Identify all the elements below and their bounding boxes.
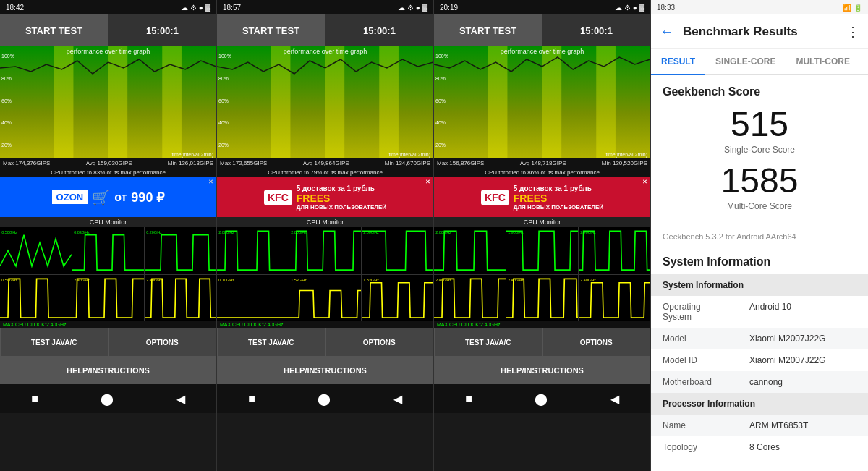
start-test-button-1[interactable]: START TEST [0, 14, 109, 46]
svg-rect-14 [145, 275, 216, 322]
test-java-button-2[interactable]: TEST JAVA/C [217, 328, 326, 357]
ad-banner-1[interactable]: OZON 🛒 от 990 ₽ ✕ [0, 177, 216, 217]
test-java-button-1[interactable]: TEST JAVA/C [0, 328, 109, 357]
system-info-header: System Information [651, 247, 868, 274]
ad-banner-3[interactable]: KFC 5 доставок за 1 рубль FREES ДЛЯ НОВЫ… [434, 177, 650, 217]
more-options-icon[interactable]: ⋮ [846, 24, 859, 40]
svg-rect-38 [506, 227, 578, 274]
y-labels-1: 100%80%60%40%20% [1, 54, 14, 148]
svg-rect-28 [289, 275, 361, 322]
battery-icon-2: ▓ [422, 4, 427, 12]
nav-back-1[interactable]: ◀ [176, 392, 185, 406]
svg-rect-24 [362, 227, 433, 274]
svg-text:0.50GHz: 0.50GHz [1, 277, 17, 281]
nav-home-1[interactable]: ⬤ [101, 392, 114, 406]
start-test-button-3[interactable]: START TEST [434, 14, 542, 46]
system-info-table: System Information Operating System Andr… [651, 274, 868, 458]
cpu-graph-cell-3-3: 2.40GHz [579, 227, 650, 274]
perf-stats-2: Max 172,655GIPS Avg 149,864GIPS Min 134,… [217, 158, 433, 168]
test-java-button-3[interactable]: TEST JAVA/C [434, 328, 542, 357]
cpu-graph-cell-1-3: 0.20GHz [145, 227, 216, 274]
cpu-graph-cell-2-2: 2.00GHz [289, 227, 361, 274]
perf-label-2: performance over time graph [284, 48, 367, 55]
perf-min-1: Min 136,013GIPS [168, 160, 213, 166]
perf-avg-1: Avg 159,030GIPS [86, 160, 132, 166]
info-row-os: Operating System Android 10 [651, 296, 868, 328]
time-label-1: time(interval 2min) [171, 152, 213, 157]
cpu-graphs-1: 0.50GHz 0.83GHz 0.20GHz [0, 227, 216, 321]
y-labels-2: 100%80%60%40%20% [218, 54, 231, 148]
cpu-graph-cell-1-4: 0.50GHz [0, 275, 72, 322]
cpu-graphs-3: 2.00GHz 1.90GHz 2.40GHz [434, 227, 650, 321]
cpu-graph-cell-3-4: 2.40GHz [434, 275, 506, 322]
bottom-buttons-2: TEST JAVA/C OPTIONS [217, 328, 433, 357]
perf-svg-3 [434, 46, 650, 158]
status-bar-3: 20:19 ☁ ⚙ ● ▓ [434, 0, 650, 14]
cpu-graph-cell-3-1: 2.00GHz [434, 227, 506, 274]
perf-stats-1: Max 174,376GIPS Avg 159,030GIPS Min 136,… [0, 158, 216, 168]
y-labels-3: 100%80%60%40%20% [435, 54, 448, 148]
cpu-monitor-label-1: CPU Monitor [0, 217, 216, 227]
wifi-icon-3: ☁ ⚙ ● [615, 4, 637, 12]
tab-multi-core[interactable]: MULTI-CORE [786, 49, 859, 75]
top-bar-2: START TEST 15:00:1 [217, 14, 433, 46]
cpu-graph-cell-2-6: 1.83GHz [362, 275, 433, 322]
svg-rect-26 [217, 275, 289, 322]
help-button-3[interactable]: HELP/INSTRUCTIONS [434, 357, 650, 384]
ad-banner-2[interactable]: KFC 5 доставок за 1 рубль FREES ДЛЯ НОВЫ… [217, 177, 433, 217]
benchmark-header: ← Benchmark Results ⋮ [651, 14, 868, 49]
multi-core-score-block: 1585 Multi-Core Score [663, 164, 856, 211]
benchmark-content: Geekbench Score 515 Single-Core Score 15… [651, 75, 868, 471]
cpu-graph-cell-1-1: 0.50GHz [0, 227, 72, 274]
svg-text:0.50GHz: 0.50GHz [1, 230, 17, 234]
geekbench-section-title: Geekbench Score [663, 85, 856, 98]
info-label-model-id: Model ID [651, 349, 738, 371]
phone-panel-2: 18:57 ☁ ⚙ ● ▓ START TEST 15:00:1 perform… [217, 0, 434, 471]
svg-text:2.40GHz: 2.40GHz [74, 277, 90, 281]
nav-bar-1: ■ ⬤ ◀ [0, 384, 216, 413]
svg-rect-35 [596, 46, 616, 158]
wifi-icon-1: ☁ ⚙ ● [181, 4, 203, 12]
svg-rect-1 [54, 46, 74, 158]
info-value-proc-name: ARM MT6853T [738, 415, 868, 436]
help-button-2[interactable]: HELP/INSTRUCTIONS [217, 357, 433, 384]
tabs-row: RESULT SINGLE-CORE MULTI-CORE [651, 49, 868, 75]
options-button-2[interactable]: OPTIONS [326, 328, 434, 357]
svg-text:2.00GHz: 2.00GHz [363, 230, 379, 234]
svg-text:2.40GHz: 2.40GHz [146, 277, 162, 281]
benchmark-time: 18:33 [657, 4, 675, 12]
nav-stop-2[interactable]: ■ [248, 392, 255, 405]
geekbench-section: Geekbench Score 515 Single-Core Score 15… [651, 75, 868, 226]
info-row-model: Model Xiaomi M2007J22G [651, 328, 868, 349]
options-button-3[interactable]: OPTIONS [542, 328, 651, 357]
nav-home-2[interactable]: ⬤ [318, 392, 331, 406]
info-label-os: Operating System [651, 296, 738, 328]
nav-home-3[interactable]: ⬤ [535, 392, 548, 406]
nav-stop-1[interactable]: ■ [31, 392, 38, 405]
help-button-1[interactable]: HELP/INSTRUCTIONS [0, 357, 216, 384]
top-bar-1: START TEST 15:00:1 [0, 14, 216, 46]
battery-icon-3: ▓ [639, 4, 644, 12]
cpu-graph-cell-2-4: 0.10GHz [217, 275, 289, 322]
tab-single-core[interactable]: SINGLE-CORE [705, 49, 786, 75]
nav-stop-3[interactable]: ■ [465, 392, 472, 405]
back-arrow-button[interactable]: ← [660, 23, 674, 40]
time-label-2: time(interval 2min) [388, 152, 430, 157]
info-value-model-id: Xiaomi M2007J22G [738, 349, 868, 371]
info-row-model-id: Model ID Xiaomi M2007J22G [651, 349, 868, 371]
svg-text:1.53GHz: 1.53GHz [291, 277, 307, 281]
nav-back-2[interactable]: ◀ [393, 392, 402, 406]
cpu-graph-cell-3-5: 2.40GHz [506, 275, 578, 322]
nav-back-3[interactable]: ◀ [610, 392, 619, 406]
cpu-monitor-label-3: CPU Monitor [434, 217, 650, 227]
cpu-graph-cell-3-6: 2.40GHz [579, 275, 650, 322]
benchmark-status-icons: 📶 🔋 [843, 4, 862, 12]
cpu-graph-cell-2-5: 1.53GHz [289, 275, 361, 322]
start-test-button-2[interactable]: START TEST [217, 14, 326, 46]
benchmark-wifi-icon: 📶 🔋 [843, 4, 862, 12]
geekbench-version: Geekbench 5.3.2 for Android AArch64 [651, 226, 868, 247]
info-label-model: Model [651, 328, 738, 349]
timer-2: 15:00:1 [326, 14, 433, 46]
options-button-1[interactable]: OPTIONS [109, 328, 217, 357]
tab-result[interactable]: RESULT [651, 49, 705, 75]
